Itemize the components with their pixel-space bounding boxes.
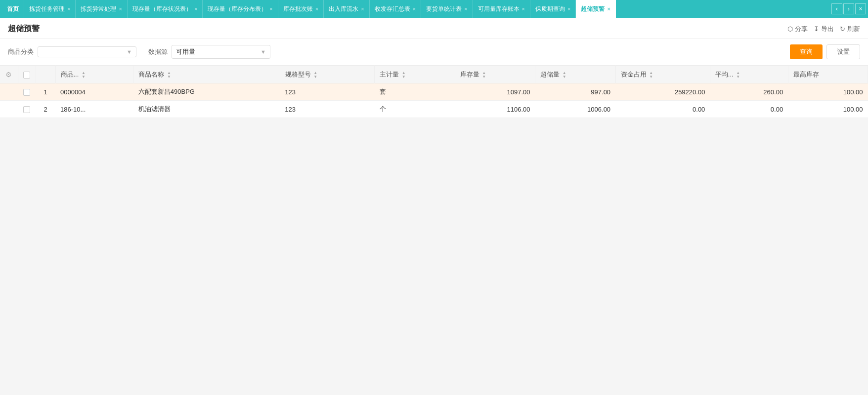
- tab-available-stock[interactable]: 可用量库存账本 ×: [473, 0, 530, 18]
- th-checkbox: [18, 66, 36, 83]
- close-icon[interactable]: ×: [607, 6, 610, 12]
- th-stock[interactable]: 库存量 ▲▼: [455, 66, 535, 83]
- datasource-filter: 数据源 可用量 ▼: [148, 45, 270, 59]
- tab-home[interactable]: 首页: [2, 0, 24, 18]
- overstock-table: ⚙ 商品... ▲▼ 商品名称 ▲▼ 规格型号: [0, 66, 868, 118]
- nav-close-button[interactable]: ×: [855, 3, 866, 14]
- cell-avg: 0.00: [710, 101, 788, 118]
- category-filter: 商品分类 ▼: [8, 46, 136, 57]
- cell-max-stock: 100.00: [788, 101, 868, 118]
- chevron-down-icon: ▼: [127, 49, 132, 55]
- table-row: 1 0000004 六配套新昌490BPG 123 套 1097.00 997.…: [0, 83, 868, 101]
- tab-pick-exception[interactable]: 拣货异常处理 ×: [76, 0, 127, 18]
- close-icon[interactable]: ×: [315, 6, 318, 12]
- close-icon[interactable]: ×: [413, 6, 416, 12]
- refresh-button[interactable]: ↻ 刷新: [840, 25, 860, 34]
- th-max-stock: 最高库存: [788, 66, 868, 83]
- gear-icon[interactable]: ⚙: [5, 71, 12, 79]
- share-icon: ⬡: [787, 25, 793, 33]
- tab-inout-flow[interactable]: 出入库流水 ×: [324, 0, 369, 18]
- row-settings-cell: [0, 101, 18, 118]
- table-header-row: ⚙ 商品... ▲▼ 商品名称 ▲▼ 规格型号: [0, 66, 868, 83]
- close-icon[interactable]: ×: [567, 6, 570, 12]
- refresh-icon: ↻: [840, 25, 845, 33]
- share-button[interactable]: ⬡ 分享: [787, 25, 808, 34]
- cell-spec: 123: [280, 83, 374, 101]
- cell-product-code: 186-10...: [55, 101, 133, 118]
- page-header: 超储预警 ⬡ 分享 ↧ 导出 ↻ 刷新: [0, 18, 868, 39]
- sort-icon: ▲▼: [82, 71, 86, 79]
- close-icon[interactable]: ×: [119, 6, 122, 12]
- th-settings: ⚙: [0, 66, 18, 83]
- sort-icon: ▲▼: [167, 71, 171, 79]
- chevron-down-icon: ▼: [260, 49, 266, 55]
- cell-max-stock: 100.00: [788, 83, 868, 101]
- cell-avg: 260.00: [710, 83, 788, 101]
- row-checkbox-cell: [18, 101, 36, 118]
- row-checkbox-cell: [18, 83, 36, 101]
- cell-stock: 1097.00: [455, 83, 535, 101]
- tab-stock-status[interactable]: 现存量（库存状况表） ×: [128, 0, 203, 18]
- row-checkbox[interactable]: [23, 89, 30, 96]
- settings-button[interactable]: 设置: [826, 44, 860, 59]
- sort-icon: ▲▼: [736, 71, 740, 79]
- sort-icon: ▲▼: [649, 71, 653, 79]
- close-icon[interactable]: ×: [464, 6, 467, 12]
- cell-capital: 0.00: [615, 101, 710, 118]
- datasource-label: 数据源: [148, 47, 168, 56]
- cell-product-name: 六配套新昌490BPG: [133, 83, 280, 101]
- th-overstock[interactable]: 超储量 ▲▼: [535, 66, 616, 83]
- header-checkbox[interactable]: [23, 72, 30, 79]
- row-checkbox[interactable]: [23, 106, 30, 113]
- cell-unit: 个: [375, 101, 455, 118]
- cell-capital: 259220.00: [615, 83, 710, 101]
- filter-bar: 商品分类 ▼ 数据源 可用量 ▼ 查询 设置: [0, 39, 868, 66]
- th-avg[interactable]: 平均... ▲▼: [710, 66, 788, 83]
- cell-product-code: 0000004: [55, 83, 133, 101]
- tab-quality-check[interactable]: 保质期查询 ×: [530, 0, 576, 18]
- page-actions: ⬡ 分享 ↧ 导出 ↻ 刷新: [787, 25, 860, 34]
- nav-next-button[interactable]: ›: [843, 3, 854, 14]
- table-row: 2 186-10... 机油滤清器 123 个 1106.00 1006.00 …: [0, 101, 868, 118]
- datasource-select[interactable]: 可用量 ▼: [172, 45, 270, 59]
- sort-icon: ▲▼: [313, 71, 317, 79]
- tab-pick-task[interactable]: 拣货任务管理 ×: [24, 0, 76, 18]
- close-icon[interactable]: ×: [269, 6, 272, 12]
- th-product-name[interactable]: 商品名称 ▲▼: [133, 66, 280, 83]
- table-container: ⚙ 商品... ▲▼ 商品名称 ▲▼ 规格型号: [0, 66, 868, 118]
- tab-stock-dist[interactable]: 现存量（库存分布表） ×: [203, 0, 278, 18]
- query-button[interactable]: 查询: [790, 44, 823, 59]
- nav-prev-button[interactable]: ‹: [831, 3, 842, 14]
- close-icon[interactable]: ×: [361, 6, 364, 12]
- page-title: 超储预警: [8, 24, 40, 34]
- close-icon[interactable]: ×: [67, 6, 70, 12]
- datasource-select-value: 可用量: [176, 47, 195, 56]
- cell-overstock: 997.00: [535, 83, 616, 101]
- page-container: 超储预警 ⬡ 分享 ↧ 导出 ↻ 刷新 商品分类 ▼ 数据源: [0, 18, 868, 118]
- export-button[interactable]: ↧ 导出: [814, 25, 834, 34]
- tab-order-stats[interactable]: 要货单统计表 ×: [421, 0, 473, 18]
- th-spec[interactable]: 规格型号 ▲▼: [280, 66, 374, 83]
- sort-icon: ▲▼: [402, 71, 406, 79]
- close-icon[interactable]: ×: [522, 6, 525, 12]
- tab-receive-summary[interactable]: 收发存汇总表 ×: [370, 0, 421, 18]
- sort-icon: ▲▼: [563, 71, 566, 79]
- th-row-num: [36, 66, 55, 83]
- cell-unit: 套: [375, 83, 455, 101]
- category-select[interactable]: ▼: [38, 46, 136, 57]
- th-unit[interactable]: 主计量 ▲▼: [375, 66, 455, 83]
- filter-actions: 查询 设置: [790, 44, 860, 59]
- row-num: 2: [36, 101, 55, 118]
- cell-spec: 123: [280, 101, 374, 118]
- th-product-code[interactable]: 商品... ▲▼: [55, 66, 133, 83]
- topbar-nav-buttons: ‹ › ×: [831, 3, 866, 14]
- close-icon[interactable]: ×: [194, 6, 197, 12]
- category-label: 商品分类: [8, 47, 34, 56]
- row-num: 1: [36, 83, 55, 101]
- tab-overstock-warning[interactable]: 超储预警 ×: [576, 0, 615, 18]
- cell-stock: 1106.00: [455, 101, 535, 118]
- tab-stock-batch[interactable]: 库存批次账 ×: [278, 0, 324, 18]
- cell-product-name: 机油滤清器: [133, 101, 280, 118]
- export-icon: ↧: [814, 25, 819, 33]
- th-capital[interactable]: 资金占用 ▲▼: [615, 66, 710, 83]
